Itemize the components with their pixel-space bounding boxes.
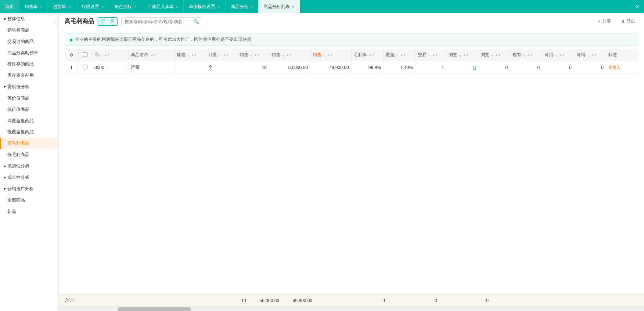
search-icon: 🔍 <box>193 19 199 24</box>
col-browse1[interactable]: 浏览... ▲▼ <box>446 49 478 61</box>
sidebar-group-overall-items: 销售类商品 交易过的商品 商品分类助销率 有库存的商品 库存资金占用 <box>0 25 58 81</box>
sort-icon-gross-margin: ▲▼ <box>369 54 375 57</box>
cell-browse1[interactable]: 0 <box>446 61 478 74</box>
sort-icon-saleable: ▲▼ <box>591 54 597 57</box>
col-sales-amount[interactable]: 销售... ▲▼ <box>269 49 310 61</box>
sidebar-group-contribution[interactable]: ▾ 贡献值分析 <box>0 81 58 93</box>
sidebar-group-overall[interactable]: ▾ 整体信息 <box>0 13 58 25</box>
cell-sales-amount: 50,000.00 <box>269 61 310 74</box>
cell-checkbox[interactable] <box>78 61 92 74</box>
col-tag[interactable]: 标签 <box>606 49 638 61</box>
sidebar-group-marketing-items: 全部商品 新品 <box>0 195 58 217</box>
close-tab-sales-order[interactable]: × <box>40 4 42 9</box>
sidebar-item-low-margin[interactable]: 低毛利商品 <box>0 149 58 160</box>
close-tab-role-auth[interactable]: × <box>134 4 136 9</box>
sidebar-group-growth[interactable]: ▸ 成长性分析 <box>0 172 58 183</box>
tab-goods-analysis-list[interactable]: 商品分析列表 × <box>258 0 300 13</box>
content-header: 高毛利商品 近一月 🔍 ↗ 分享 ⬇ 导出 <box>59 13 644 30</box>
tab-template-settings[interactable]: 单据模板设置 × <box>184 0 225 13</box>
sidebar-item-traded-goods[interactable]: 交易过的商品 <box>0 36 58 47</box>
sort-icon-sales-qty: ▲▼ <box>254 54 260 57</box>
sort-icon-name: ▲▼ <box>151 54 156 57</box>
col-sales-qty[interactable]: 销售... ▲▼ <box>237 49 269 61</box>
tab-production-inbound[interactable]: 产成品入库单 × <box>142 0 184 13</box>
col-current-stock[interactable]: 现有... ▲▼ <box>510 49 542 61</box>
tab-home[interactable]: 首页 <box>0 0 19 13</box>
close-tab-goods-analysis-list[interactable]: × <box>292 4 294 9</box>
sidebar-item-sales-goods[interactable]: 销售类商品 <box>0 25 58 36</box>
sort-icon-sales-profit: ▲▼ <box>327 54 333 57</box>
footer-transactions: 1 <box>366 298 388 303</box>
chevron-down-icon-2: ▾ <box>4 84 6 89</box>
col-coverage[interactable]: 覆盖... ▲▼ <box>383 49 415 61</box>
cell-index: 1 <box>65 61 78 74</box>
table-row: 1 0000... 运费 <box>65 61 638 74</box>
table-wrap: ⚙ 商... ▲▼ 商品名称 ▲▼ <box>59 49 644 294</box>
nav-tabs: 首页 销售单 × 进货单 × 权限设置 × 角色授权 × 产成品入库单 × 单据… <box>0 0 644 13</box>
cell-coverage: 1.49% <box>383 61 415 74</box>
sidebar-item-low-coverage[interactable]: 低覆盖度商品 <box>0 126 58 138</box>
sidebar-item-stock-capital[interactable]: 库存资金占用 <box>0 70 58 81</box>
close-tab-goods-analysis[interactable]: × <box>251 4 253 9</box>
sidebar-item-in-stock-goods[interactable]: 有库存的商品 <box>0 58 58 70</box>
chevron-down-icon-3: ▾ <box>4 186 6 191</box>
window-close-button[interactable]: × <box>631 0 644 13</box>
col-sales-profit[interactable]: 销售... ▲▼ <box>310 49 351 61</box>
sort-icon-current-stock: ▲▼ <box>527 54 533 57</box>
export-button[interactable]: ⬇ 导出 <box>618 17 638 26</box>
col-gross-margin[interactable]: 毛利率 ▲▼ <box>351 49 383 61</box>
col-saleable[interactable]: 可销... ▲▼ <box>574 49 606 61</box>
horizontal-scrollbar[interactable] <box>59 307 644 311</box>
sidebar-item-new-goods[interactable]: 新品 <box>0 206 58 217</box>
sidebar-item-high-coverage[interactable]: 高覆盖度商品 <box>0 115 58 127</box>
cell-browse2: 0 <box>478 61 510 74</box>
search-wrap: 🔍 <box>121 17 202 26</box>
cell-transactions: 1 <box>415 61 446 74</box>
tab-goods-analysis[interactable]: 商品分析 × <box>226 0 258 13</box>
sort-icon-browse1: ▲▼ <box>463 54 469 57</box>
page-title: 高毛利商品 <box>65 18 94 25</box>
close-tab-permission-settings[interactable]: × <box>101 4 104 9</box>
tab-permission-settings[interactable]: 权限设置 × <box>76 0 109 13</box>
close-tab-production-inbound[interactable]: × <box>176 4 178 9</box>
sidebar-group-trend[interactable]: ▸ 流趋性分析 <box>0 160 58 172</box>
cell-current-stock: 0 <box>510 61 542 74</box>
share-button[interactable]: ↗ 分享 <box>594 17 614 26</box>
chevron-down-icon: ▾ <box>4 17 6 22</box>
col-checkbox[interactable] <box>78 49 92 61</box>
tab-role-auth[interactable]: 角色授权 × <box>109 0 142 13</box>
col-name[interactable]: 商品名称 ▲▼ <box>129 49 174 61</box>
close-tab-template-settings[interactable]: × <box>217 4 220 9</box>
tab-sales-order[interactable]: 销售单 × <box>19 0 48 13</box>
table-header-row: ⚙ 商... ▲▼ 商品名称 ▲▼ <box>65 49 638 61</box>
col-available[interactable]: 可用... ▲▼ <box>542 49 574 61</box>
search-input[interactable] <box>121 17 202 26</box>
sidebar-item-low-value[interactable]: 低价值商品 <box>0 104 58 115</box>
period-button[interactable]: 近一月 <box>98 17 118 26</box>
row-checkbox[interactable] <box>83 65 87 69</box>
sidebar-item-all-goods[interactable]: 全部商品 <box>0 195 58 206</box>
col-code[interactable]: 商... ▲▼ <box>92 49 129 61</box>
footer-available: 0 <box>465 298 491 303</box>
col-transactions[interactable]: 交易... ▲▼ <box>415 49 446 61</box>
sidebar-item-category-sales-rate[interactable]: 商品分类助销率 <box>0 47 58 59</box>
close-tab-purchase-order[interactable]: × <box>68 4 71 9</box>
tab-purchase-order[interactable]: 进货单 × <box>48 0 76 13</box>
cell-sales-profit: 49,900.00 <box>310 61 351 74</box>
sidebar-item-high-margin[interactable]: 高毛利商品 <box>0 138 58 149</box>
sidebar: « ▾ 整体信息 销售类商品 交易过的商品 商品分类助销率 有库存的商品 库存资… <box>0 13 59 311</box>
info-icon: ◆ <box>69 37 73 42</box>
content-area: 高毛利商品 近一月 🔍 ↗ 分享 ⬇ 导出 ◆ 企业的主要的利润都是这部分商品创… <box>59 13 644 311</box>
export-icon: ⬇ <box>621 19 625 24</box>
sort-icon-sales-amount: ▲▼ <box>286 54 292 57</box>
col-unit[interactable]: 计量... ▲▼ <box>206 49 237 61</box>
col-spec[interactable]: 规格... ▲▼ <box>174 49 206 61</box>
sidebar-item-high-value[interactable]: 高价值商品 <box>0 93 58 104</box>
scrollbar-thumb[interactable] <box>118 307 191 311</box>
settings-icon: ⚙ <box>69 53 73 58</box>
col-browse2[interactable]: 浏览... ▲▼ <box>478 49 510 61</box>
col-settings[interactable]: ⚙ <box>65 49 78 61</box>
sidebar-group-marketing[interactable]: ▾ 营销推广分析 <box>0 183 58 195</box>
select-all-checkbox[interactable] <box>83 52 87 57</box>
share-icon: ↗ <box>597 19 601 24</box>
